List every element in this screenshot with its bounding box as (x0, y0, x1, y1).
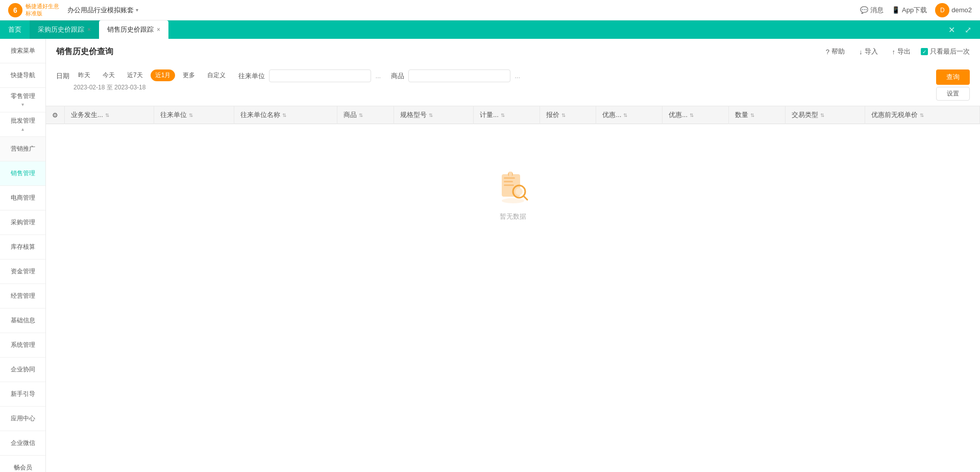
main-layout: 搜索菜单 快捷导航 零售管理 ▾ 批发管理 ▴ 营销推广 销售管理 电商管理 采… (0, 39, 980, 472)
empty-state-text: 暂无数据 (500, 212, 526, 221)
query-button[interactable]: 查询 (936, 69, 970, 85)
date-filter-options: 昨天 今天 近7天 近1月 更多 自定义 2023-02-18 至 2023-0… (74, 69, 230, 92)
goods-dots-button[interactable]: ... (512, 70, 522, 82)
th-settings[interactable]: ⚙ (46, 106, 65, 124)
page-header: 销售历史价查询 ? 帮助 ↓ 导入 ↑ 导出 ✓ (46, 39, 980, 106)
goods-input-group: ... (408, 69, 522, 82)
fullscreen-button[interactable]: ⤢ (962, 23, 974, 36)
sidebar-item-label: 基础信息 (11, 317, 35, 325)
tab-sales[interactable]: 销售历史价跟踪 × (99, 20, 168, 39)
sidebar-item-marketing[interactable]: 营销推广 (0, 137, 45, 161)
tab-purchase[interactable]: 采购历史价跟踪 × (30, 20, 99, 39)
close-tab-purchase[interactable]: × (87, 27, 91, 33)
th-discount1[interactable]: 优惠... ⇅ (596, 106, 663, 124)
download-icon: 📱 (892, 6, 900, 14)
sidebar-item-wechat[interactable]: 企业微信 (0, 431, 45, 456)
sidebar-item-search[interactable]: 搜索菜单 (0, 39, 45, 63)
date-chip-today[interactable]: 今天 (98, 69, 119, 81)
close-all-tabs-button[interactable]: ✕ (945, 23, 958, 36)
chevron-down-icon: ▾ (21, 102, 24, 107)
chevron-down-icon: ▾ (136, 7, 138, 13)
sidebar-item-label: 搜索菜单 (11, 47, 35, 55)
sort-icon: ⇅ (189, 112, 193, 118)
sidebar-item-retail[interactable]: 零售管理 ▾ (0, 88, 45, 112)
th-trade-type[interactable]: 交易类型 ⇅ (785, 106, 865, 124)
sidebar-item-label: 零售管理 (11, 92, 35, 101)
th-quote[interactable]: 报价 ⇅ (540, 106, 596, 124)
th-partner-name[interactable]: 往来单位名称 ⇅ (234, 106, 337, 124)
partner-dots-button[interactable]: ... (373, 70, 383, 82)
import-button[interactable]: ↓ 导入 (855, 45, 882, 58)
sidebar-item-guide[interactable]: 新手引导 (0, 382, 45, 407)
settings-button[interactable]: 设置 (936, 87, 970, 101)
sidebar-item-operation[interactable]: 经营管理 (0, 284, 45, 309)
sidebar-item-purchase-mgmt[interactable]: 采购管理 (0, 210, 45, 235)
export-button[interactable]: ↑ 导出 (888, 45, 915, 58)
sidebar-item-basic-info[interactable]: 基础信息 (0, 309, 45, 333)
message-action[interactable]: 💬 消息 (860, 6, 884, 15)
th-biz-date[interactable]: 业务发生... ⇅ (65, 106, 154, 124)
date-chip-yesterday[interactable]: 昨天 (74, 69, 95, 81)
date-chip-1month[interactable]: 近1月 (151, 69, 176, 81)
avatar: D (935, 3, 949, 17)
sort-icon: ⇅ (623, 112, 627, 118)
app-selector[interactable]: 办公用品行业模拟账套 ▾ (63, 4, 142, 17)
filter-row: 日期 昨天 今天 近7天 近1月 更多 自定义 2023-02-18 至 202… (56, 64, 970, 106)
download-action[interactable]: 📱 App下载 (892, 6, 927, 15)
empty-state-cell: 暂无数据 (46, 124, 980, 263)
svg-point-6 (516, 188, 523, 195)
sidebar-item-label: 电商管理 (11, 194, 35, 202)
sort-icon: ⇅ (359, 112, 363, 118)
sort-icon: ⇅ (820, 112, 824, 118)
partner-input-group: ... (269, 69, 383, 82)
partner-filter-label: 往来单位 (238, 69, 265, 81)
close-tab-sales[interactable]: × (157, 27, 160, 33)
import-icon: ↓ (859, 48, 863, 56)
sort-icon: ⇅ (561, 112, 566, 118)
sidebar-item-quick-nav[interactable]: 快捷导航 (0, 63, 45, 88)
partner-input[interactable] (269, 69, 371, 82)
content-area: 销售历史价查询 ? 帮助 ↓ 导入 ↑ 导出 ✓ (46, 39, 980, 472)
help-button[interactable]: ? 帮助 (822, 45, 849, 58)
th-discount2[interactable]: 优惠... ⇅ (663, 106, 729, 124)
sidebar-item-collaboration[interactable]: 企业协同 (0, 358, 45, 382)
sidebar-item-label: 批发管理 (11, 117, 35, 125)
date-chip-7days[interactable]: 近7天 (122, 69, 148, 81)
user-action[interactable]: D demo2 (935, 3, 972, 17)
sidebar-item-finance[interactable]: 资金管理 (0, 259, 45, 284)
sidebar-item-sales-mgmt[interactable]: 销售管理 (0, 161, 45, 186)
message-icon: 💬 (860, 6, 868, 14)
th-spec[interactable]: 规格型号 ⇅ (394, 106, 473, 124)
sidebar-item-inventory[interactable]: 库存核算 (0, 235, 45, 259)
th-qty[interactable]: 数量 ⇅ (728, 106, 785, 124)
th-goods[interactable]: 商品 ⇅ (337, 106, 394, 124)
tab-home[interactable]: 首页 (0, 20, 30, 39)
sidebar-item-member[interactable]: 畅会员 (0, 456, 45, 472)
goods-filter-group: 商品 ... (391, 69, 522, 82)
date-range-text: 2023-02-18 至 2023-03-18 (74, 83, 230, 92)
svg-point-0 (502, 198, 524, 203)
table-header: ⚙ 业务发生... ⇅ 往来单位 ⇅ (46, 106, 980, 124)
date-chip-more[interactable]: 更多 (178, 69, 200, 81)
sidebar-item-ecommerce[interactable]: 电商管理 (0, 186, 45, 210)
empty-state-illustration (493, 165, 533, 206)
svg-line-7 (524, 196, 527, 200)
partner-filter-group: 往来单位 ... (238, 69, 383, 82)
export-icon: ↑ (892, 48, 896, 56)
settings-icon: ⚙ (52, 111, 58, 119)
empty-state-row: 暂无数据 (46, 124, 980, 263)
goods-input[interactable] (408, 69, 510, 82)
only-last-checkbox[interactable]: ✓ 只看最后一次 (921, 47, 970, 56)
svg-rect-2 (504, 177, 515, 179)
sort-icon: ⇅ (750, 112, 754, 118)
th-unit[interactable]: 计量... ⇅ (473, 106, 540, 124)
sidebar-item-label: 资金管理 (11, 268, 35, 276)
svg-rect-9 (509, 172, 512, 177)
table-body: 暂无数据 (46, 124, 980, 263)
th-partner[interactable]: 往来单位 ⇅ (154, 106, 234, 124)
sidebar-item-wholesale[interactable]: 批发管理 ▴ (0, 112, 45, 137)
th-pretax-price[interactable]: 优惠前无税单价 ⇅ (865, 106, 979, 124)
sidebar-item-app-center[interactable]: 应用中心 (0, 407, 45, 431)
date-chip-custom[interactable]: 自定义 (203, 69, 230, 81)
sidebar-item-system[interactable]: 系统管理 (0, 333, 45, 358)
